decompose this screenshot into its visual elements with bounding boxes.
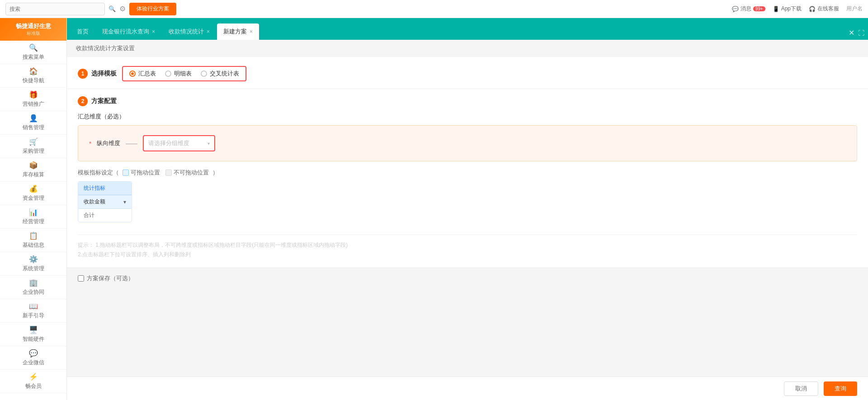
app-download[interactable]: 📱 App下载 [773, 5, 802, 13]
step1-number: 1 [78, 69, 88, 79]
search-input[interactable] [5, 3, 105, 15]
save-checkbox-label[interactable]: 方案保存（可选） [78, 274, 857, 282]
member-icon: ⚡ [29, 372, 38, 381]
sidebar-item-enterprise[interactable]: 🏢 企业协同 [0, 276, 66, 299]
search-menu-icon: 🔍 [29, 43, 38, 52]
hint-line-2: 2.点击标题栏下拉可设置排序、插入列和删除列 [78, 251, 857, 259]
step2-label: 方案配置 [91, 97, 117, 105]
tab-bank-flow[interactable]: 现金银行流水查询 × [96, 24, 161, 40]
stats-header-row: 统计指标 [78, 182, 132, 195]
save-checkbox[interactable] [78, 275, 84, 282]
summary-dimension-section: 汇总维度（必选） * 纵向维度 —— 请选择分组维度 ▾ [78, 113, 857, 161]
radio-cross[interactable]: 交叉统计表 [201, 70, 239, 78]
tab-home[interactable]: 首页 [71, 24, 95, 40]
sidebar-item-wechat[interactable]: 💬 企业微信 [0, 346, 66, 370]
select-arrow-icon: ▾ [208, 141, 210, 146]
stats-amount-row[interactable]: 收款金额 ▾ [78, 195, 132, 209]
sidebar-item-operations[interactable]: 📊 经营管理 [0, 205, 66, 229]
vertical-dimension-label: 纵向维度 [97, 139, 120, 147]
stats-total-row: 合计 [78, 209, 132, 222]
sidebar-logo: 畅捷通好生意 标准版 [0, 18, 66, 41]
purchase-icon: 🛒 [29, 137, 38, 146]
sidebar-item-quick-nav[interactable]: 🏠 快捷导航 [0, 64, 66, 88]
dimension-arrow: —— [126, 140, 137, 147]
user-info[interactable]: 用户名 [846, 5, 863, 13]
breadcrumb: 收款情况统计方案设置 [67, 40, 868, 57]
finance-icon: 💰 [29, 184, 38, 193]
hint-area: 提示： 1.拖动标题栏可以调整布局，不可跨维度或指标区域拖动栏目字段(只能在同一… [78, 235, 857, 259]
amount-dropdown-icon: ▾ [123, 199, 126, 205]
system-icon: ⚙️ [29, 255, 38, 264]
operations-icon: 📊 [29, 208, 38, 216]
cancel-button[interactable]: 取消 [784, 381, 818, 396]
sidebar-item-purchase[interactable]: 🛒 采购管理 [0, 135, 66, 158]
tab-close-bank-flow[interactable]: × [152, 28, 155, 35]
indicator-title-prefix: 模板指标设定（ [78, 169, 119, 177]
dimension-title: 汇总维度（必选） [78, 113, 857, 121]
stats-table: 统计指标 收款金额 ▾ 合计 [78, 181, 132, 222]
hint-line-1: 提示： 1.拖动标题栏可以调整布局，不可跨维度或指标区域拖动栏目字段(只能在同一… [78, 241, 857, 249]
home-icon: 🏠 [29, 67, 38, 75]
sidebar-item-finance[interactable]: 💰 资金管理 [0, 182, 66, 205]
wechat-icon: 💬 [29, 349, 38, 358]
radio-summary[interactable]: 汇总表 [129, 70, 156, 78]
indicator-title-suffix: ） [212, 169, 218, 177]
sidebar-item-sales[interactable]: 👤 销售管理 [0, 111, 66, 135]
settings-icon[interactable]: ⚙ [119, 5, 126, 13]
sidebar-item-basic[interactable]: 📋 基础信息 [0, 229, 66, 252]
marketing-icon: 🎁 [29, 90, 38, 99]
search-icon: 🔍 [108, 5, 116, 12]
step2-number: 2 [78, 96, 88, 106]
support-icon: 🎧 [809, 6, 816, 12]
save-section: 方案保存（可选） [67, 268, 868, 289]
draggable-label: 可拖动位置 [131, 169, 160, 177]
basic-icon: 📋 [29, 231, 38, 240]
window-expand-icon[interactable]: ⛶ [858, 29, 864, 37]
tab-close-new-plan[interactable]: × [250, 28, 253, 35]
footer-bar: 取消 查询 [67, 376, 868, 400]
inventory-icon: 📦 [29, 161, 38, 169]
non-draggable-label: 不可拖动位置 [174, 169, 209, 177]
dimension-area: * 纵向维度 —— 请选择分组维度 ▾ [78, 125, 857, 161]
sales-icon: 👤 [29, 114, 38, 122]
template-radio-group: 汇总表 明细表 交叉统计表 [122, 66, 246, 81]
step2-section: 2 方案配置 汇总维度（必选） * 纵向维度 —— [78, 96, 857, 259]
sidebar-item-search[interactable]: 🔍 搜索菜单 [0, 41, 66, 64]
notification[interactable]: 💬 消息 99+ [732, 5, 765, 13]
trial-btn[interactable]: 体验行业方案 [129, 3, 176, 15]
download-icon: 📱 [773, 6, 779, 12]
required-mark: * [89, 140, 91, 147]
notification-badge: 99+ [753, 6, 765, 11]
radio-detail[interactable]: 明细表 [165, 70, 192, 78]
query-button[interactable]: 查询 [824, 381, 857, 396]
step1-label: 选择模板 [91, 70, 117, 78]
message-icon: 💬 [732, 6, 739, 12]
enterprise-icon: 🏢 [29, 278, 38, 287]
sidebar-item-guide[interactable]: 📖 新手引导 [0, 299, 66, 323]
indicator-separator: 不可拖动位置 [165, 169, 209, 177]
sidebar-item-hardware[interactable]: 🖥️ 智能硬件 [0, 323, 66, 346]
sidebar-item-inventory[interactable]: 📦 库存核算 [0, 158, 66, 182]
tab-new-plan[interactable]: 新建方案 × [217, 24, 259, 40]
tab-close-receipt-stats[interactable]: × [207, 28, 210, 35]
window-close-icon[interactable]: ✕ [849, 28, 854, 37]
sidebar-item-member[interactable]: ⚡ 畅会员 [0, 370, 66, 393]
dimension-select[interactable]: 请选择分组维度 ▾ [143, 135, 215, 151]
online-support[interactable]: 🎧 在线客服 [809, 5, 839, 13]
step1-section: 1 选择模板 汇总表 [78, 66, 857, 81]
tab-receipt-stats[interactable]: 收款情况统计 × [162, 24, 216, 40]
hardware-icon: 🖥️ [29, 325, 38, 334]
guide-icon: 📖 [29, 302, 38, 311]
sidebar-item-marketing[interactable]: 🎁 营销推广 [0, 88, 66, 111]
draggable-indicator [123, 169, 129, 176]
indicator-section: 模板指标设定（ 可拖动位置 不可拖动位置 ） [78, 169, 857, 224]
non-draggable-indicator [165, 169, 172, 176]
sidebar-item-system[interactable]: ⚙️ 系统管理 [0, 252, 66, 276]
